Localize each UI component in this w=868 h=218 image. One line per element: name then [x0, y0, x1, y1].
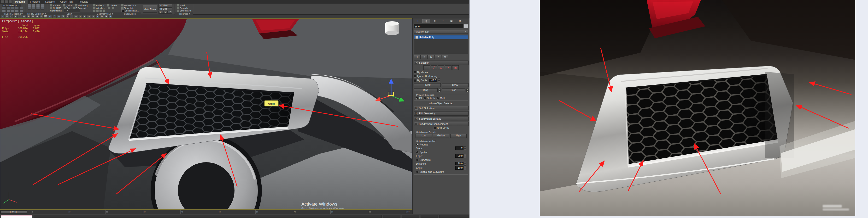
polygon-subobject-icon[interactable]: ■ [445, 65, 452, 70]
attach-button[interactable]: Attach▼ [93, 7, 105, 9]
rollout-soft-selection[interactable]: + Soft Selection [414, 106, 468, 110]
spinner-arrows-icon[interactable]: ▲▼ [438, 78, 440, 82]
motion-tab-icon[interactable]: ◔ [439, 19, 447, 23]
loop-button[interactable]: Loop [442, 88, 466, 93]
display-tab-icon[interactable]: ▣ [447, 19, 455, 23]
angle-snap-icon[interactable]: ∠ [53, 14, 56, 18]
select-manipulate-icon[interactable]: ◍ [39, 14, 43, 18]
use-displacement-checkbox[interactable]: Use Displac... [121, 9, 139, 12]
swift-loop-button[interactable]: Swift Loop [75, 4, 88, 7]
select-rotate-icon[interactable]: ⟳ [22, 14, 26, 18]
schematic-view-icon[interactable]: # [91, 14, 95, 18]
hard-edges-button[interactable]: Hard [177, 4, 185, 7]
preset-low-button[interactable]: Low [415, 134, 432, 138]
loop-shrink-icon[interactable] [32, 7, 35, 9]
spinner-arrows-icon[interactable]: ▲▼ [464, 166, 466, 170]
viewport-3d-scene[interactable]: gum [0, 19, 412, 209]
spinner-arrows-icon[interactable]: ▲▼ [464, 146, 466, 150]
reference-coordinate-icon[interactable]: ▦ [31, 14, 35, 18]
to-grid-button[interactable]: To Grid [158, 7, 173, 10]
snaps-toggle-icon[interactable]: ⊙ [48, 14, 52, 18]
method-regular-radio[interactable] [416, 143, 418, 146]
rollout-subdivision-displacement[interactable]: − Subdivision Displacement [414, 122, 468, 126]
scene-cylinder-object[interactable] [385, 21, 399, 35]
shrink-button[interactable]: Shrink [414, 83, 441, 87]
ribbon-tab-freeform[interactable]: Freeform [28, 0, 43, 4]
tessellate-button[interactable]: Tessellate▼ [121, 7, 137, 9]
spinner-arrows-icon[interactable]: ▲▼ [439, 88, 441, 93]
show-end-result-icon[interactable]: ≡ [421, 55, 428, 59]
ribbon-toggle-icon[interactable]: ▼ [83, 14, 87, 18]
ring-grow-icon[interactable] [36, 7, 40, 9]
steps-value[interactable]: 2 [455, 146, 464, 150]
align-x-button[interactable]: X [158, 11, 163, 14]
by-vertex-checkbox[interactable]: By Vertex [413, 70, 469, 74]
maxscript-mini-listener[interactable] [1, 215, 32, 218]
material-editor-icon[interactable]: ◕ [96, 14, 99, 18]
slice-plane-icon[interactable] [96, 9, 98, 12]
modify-tab-icon[interactable]: ◎ [422, 19, 430, 23]
ignore-backfacing-checkbox[interactable]: Ignore Backfacing [413, 74, 469, 78]
stack-item-editable-poly[interactable]: Editable Poly [414, 35, 468, 39]
named-selection-icon[interactable]: ⊞ [65, 14, 69, 18]
smooth-30-button[interactable]: Smooth 30 [177, 9, 191, 12]
detach-icon[interactable] [108, 7, 110, 9]
spinner-arrows-icon[interactable]: ▲▼ [464, 162, 466, 166]
element-subobject-icon[interactable]: ▣ [452, 65, 459, 70]
preview-off-radio[interactable] [415, 97, 418, 100]
rollout-edit-geometry[interactable]: + Edit Geometry [414, 111, 468, 116]
z-coordinate-field[interactable] [421, 215, 438, 218]
vertex-subobject-icon[interactable]: ∴ [424, 65, 430, 70]
spinner-arrows-icon[interactable]: ▲▼ [464, 154, 466, 158]
viewport-label[interactable]: Perspective ] [ Shaded ] [2, 20, 33, 23]
ribbon-tab-populate[interactable]: Populate [76, 0, 91, 4]
preset-medium-button[interactable]: Medium [433, 134, 449, 138]
spinner-arrows-icon[interactable]: ▲▼ [466, 88, 468, 93]
spinner-snap-icon[interactable]: ⇅ [61, 14, 65, 18]
modifier-stack[interactable]: Editable Poly [414, 35, 468, 54]
rollout-subdivision-surface[interactable]: + Subdivision Surface [414, 116, 468, 121]
split-mesh-checkbox[interactable]: ✓ Split Mesh [413, 126, 469, 130]
align-z-button[interactable]: Z [168, 11, 173, 14]
nurms-button[interactable]: NURMS [50, 7, 61, 9]
collapse-icon[interactable] [112, 7, 114, 9]
distance-value[interactable]: 20.0 [455, 162, 464, 166]
smooth-edges-button[interactable]: Smooth [177, 7, 188, 9]
create-tab-icon[interactable]: + [414, 19, 422, 23]
pin-stack-icon[interactable]: ∗ [414, 55, 421, 59]
select-scale-icon[interactable]: ◧ [27, 14, 30, 18]
pin-stack-icon[interactable] [6, 9, 10, 12]
mirror-icon[interactable]: ◑ [70, 14, 73, 18]
preview-subobj-radio[interactable] [424, 97, 426, 100]
edge-subobject-icon[interactable]: ╱ [431, 65, 437, 70]
make-planar-button[interactable]: Make Planar [143, 5, 157, 13]
method-spatial-radio[interactable] [416, 151, 418, 154]
preset-high-button[interactable]: High [450, 134, 467, 138]
align-y-button[interactable]: Y [163, 11, 167, 14]
layer-manager-icon[interactable]: ≡ [79, 14, 82, 18]
cap-icon[interactable] [99, 9, 102, 12]
selection-region-icon[interactable]: ▭ [9, 14, 13, 18]
constraints-dropdown[interactable]: ▼ [64, 9, 80, 12]
ring-shrink-icon[interactable] [40, 7, 44, 9]
object-name-field[interactable]: gum [414, 24, 463, 28]
y-coordinate-field[interactable] [402, 215, 419, 218]
keyboard-override-icon[interactable]: ⌨ [44, 14, 48, 18]
select-move-icon[interactable]: + [18, 14, 22, 18]
weld-icon[interactable] [103, 9, 105, 12]
render-setup-icon[interactable]: ⚙ [100, 14, 104, 18]
curve-editor-icon[interactable]: ∿ [87, 14, 91, 18]
select-object-icon[interactable]: ↖ [1, 14, 5, 18]
angle-value[interactable]: 10.0 [455, 166, 464, 170]
method-spatial-curvature-radio[interactable] [416, 171, 418, 173]
app-menu-icon[interactable] [1, 0, 4, 3]
create-button[interactable]: Create [107, 4, 117, 7]
x-coordinate-field[interactable] [383, 215, 400, 218]
percent-snap-icon[interactable]: % [57, 14, 61, 18]
ribbon-tab-selection[interactable]: Selection [42, 0, 58, 4]
rendered-frame-icon[interactable]: ▣ [104, 14, 108, 18]
ribbon-tab-object-paint[interactable]: Object Paint [58, 0, 76, 4]
repeat-button[interactable]: Repeat [50, 4, 60, 7]
configure-modifier-sets-icon[interactable]: ⚙ [442, 55, 448, 59]
collapse-stack-icon[interactable] [11, 9, 14, 12]
